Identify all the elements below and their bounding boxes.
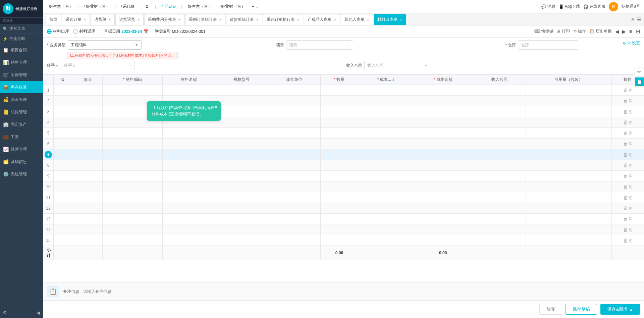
right-tool-edit-btn[interactable]: ✏	[635, 67, 644, 76]
delete-row-btn-5[interactable]: 🗑	[623, 141, 628, 147]
sidebar-item-ops[interactable]: 📈经营管理	[0, 143, 43, 156]
cell-project-11[interactable]	[72, 203, 103, 214]
cell-code-10[interactable]	[102, 192, 162, 203]
cell-project-10[interactable]	[72, 192, 103, 203]
cell-unit-7[interactable]	[268, 160, 320, 171]
tab-6[interactable]: 进货单统计表✕	[226, 14, 262, 25]
collapse-sidebar-button[interactable]: ◀	[37, 310, 40, 315]
operations-btn[interactable]: ⚙ 操作	[573, 29, 586, 34]
cell-unit-8[interactable]	[268, 171, 320, 181]
cell-available-4[interactable]	[526, 128, 611, 139]
cell-project-1[interactable]	[72, 96, 103, 106]
save-new-button[interactable]: 保存&新增 ▲	[600, 304, 640, 315]
user-avatar[interactable]: 捷	[609, 2, 618, 11]
tab-close-6[interactable]: ✕	[256, 18, 259, 21]
topbar-app-download-btn[interactable]: 📱 App下载	[559, 4, 580, 9]
save-draft-button[interactable]: 保存草稿	[566, 304, 597, 315]
view-grid-btn[interactable]: ⊞	[636, 28, 640, 35]
tab-menu-btn[interactable]: ☰	[637, 17, 641, 22]
cell-settings-11[interactable]	[54, 203, 72, 214]
delete-row-btn-7[interactable]: 🗑	[623, 163, 628, 168]
cell-code-4[interactable]	[102, 128, 162, 139]
cell-name-6[interactable]	[162, 149, 215, 160]
copy-row-btn-0[interactable]: ⎘	[629, 88, 632, 93]
cell-cost_price-10[interactable]	[358, 192, 413, 203]
settings-btn[interactable]: ⚙ ⚙ 设置	[623, 40, 640, 46]
tab-7[interactable]: 采购订单执行表✕	[263, 14, 303, 25]
cell-name-14[interactable]	[162, 235, 215, 246]
sidebar-item-project[interactable]: 📋项目合同	[0, 44, 43, 56]
cell-spec-13[interactable]	[215, 224, 268, 235]
delete-row-btn-6[interactable]: 🗑	[623, 152, 628, 157]
cell-income_contract-7[interactable]	[473, 160, 526, 171]
sidebar-item-system[interactable]: ⚙️系统管理	[0, 168, 43, 180]
cell-code-12[interactable]	[102, 214, 162, 224]
cell-settings-4[interactable]	[54, 128, 72, 139]
nav-prev-btn[interactable]: ◀	[615, 29, 619, 34]
cell-income_contract-8[interactable]	[473, 171, 526, 181]
tab-4[interactable]: 采购费用分摊单✕	[144, 14, 184, 25]
cell-spec-1[interactable]	[215, 96, 268, 106]
cell-cost_amount-4[interactable]	[413, 128, 473, 139]
copy-row-btn-4[interactable]: ⎘	[629, 130, 632, 136]
cell-qty-11[interactable]	[320, 203, 358, 214]
radio-material-return[interactable]: 材料退库	[73, 29, 95, 34]
cell-cost_amount-9[interactable]	[413, 181, 473, 192]
cell-cost_amount-0[interactable]	[413, 85, 473, 96]
cell-name-9[interactable]	[162, 181, 215, 192]
cell-settings-0[interactable]	[54, 85, 72, 96]
cell-settings-10[interactable]	[54, 192, 72, 203]
tab-0[interactable]: 首页	[46, 14, 61, 25]
cell-qty-14[interactable]	[320, 235, 358, 246]
cell-qty-8[interactable]	[320, 171, 358, 181]
cell-available-5[interactable]	[526, 139, 611, 149]
cell-name-0[interactable]	[162, 85, 215, 96]
sidebar-item-assets[interactable]: 🏢固定资产	[0, 118, 43, 131]
cell-qty-2[interactable]	[320, 106, 358, 117]
cell-qty-4[interactable]	[320, 128, 358, 139]
cell-settings-1[interactable]	[54, 96, 72, 106]
cell-cost_price-3[interactable]	[358, 117, 413, 128]
delete-row-btn-13[interactable]: 🗑	[623, 227, 628, 232]
cell-unit-12[interactable]	[268, 214, 320, 224]
copy-row-btn-7[interactable]: ⎘	[629, 163, 632, 168]
cell-project-6[interactable]	[72, 149, 103, 160]
view-list-btn[interactable]: ≡	[629, 29, 632, 35]
cell-spec-8[interactable]	[215, 171, 268, 181]
tab-close-4[interactable]: ✕	[178, 18, 181, 21]
cell-settings-2[interactable]	[54, 106, 72, 117]
cell-income_contract-3[interactable]	[473, 117, 526, 128]
delete-row-btn-10[interactable]: 🗑	[623, 195, 628, 200]
cell-name-11[interactable]	[162, 203, 215, 214]
copy-row-btn-9[interactable]: ⎘	[629, 184, 632, 190]
cell-income_contract-12[interactable]	[473, 214, 526, 224]
income-contract-input[interactable]: 收入合同 ···	[364, 61, 431, 70]
cell-project-0[interactable]	[72, 85, 103, 96]
cell-spec-6[interactable]	[215, 149, 268, 160]
cell-available-2[interactable]	[526, 106, 611, 117]
cell-settings-6[interactable]	[54, 149, 72, 160]
cell-spec-5[interactable]	[215, 139, 268, 149]
cell-spec-12[interactable]	[215, 214, 268, 224]
cell-income_contract-0[interactable]	[473, 85, 526, 96]
topbar-nav-3[interactable]: +易代账	[118, 4, 137, 9]
cell-qty-0[interactable]	[320, 85, 358, 96]
tab-close-1[interactable]: ✕	[84, 18, 86, 21]
cell-available-13[interactable]	[526, 224, 611, 235]
cell-cost_price-4[interactable]	[358, 128, 413, 139]
copy-row-btn-8[interactable]: ⎘	[629, 173, 632, 179]
cell-cost_amount-14[interactable]	[413, 235, 473, 246]
cell-income_contract-13[interactable]	[473, 224, 526, 235]
copy-row-btn-1[interactable]: ⎘	[629, 98, 632, 104]
tab-1[interactable]: 采购订单✕	[62, 14, 90, 25]
cell-qty-10[interactable]	[320, 192, 358, 203]
sidebar-search[interactable]: 🔍 搜索菜单	[0, 24, 43, 34]
cell-cost_price-5[interactable]	[358, 139, 413, 149]
tooltip-close-btn[interactable]: ✕	[214, 103, 218, 111]
sidebar-quick-nav[interactable]: ⚡ 快捷导航	[0, 34, 43, 44]
history-btn[interactable]: 📋 历史单据	[589, 29, 611, 34]
copy-row-btn-2[interactable]: ⎘	[629, 109, 632, 114]
cell-code-13[interactable]	[102, 224, 162, 235]
cell-cost_price-1[interactable]	[358, 96, 413, 106]
cell-cost_amount-2[interactable]	[413, 106, 473, 117]
